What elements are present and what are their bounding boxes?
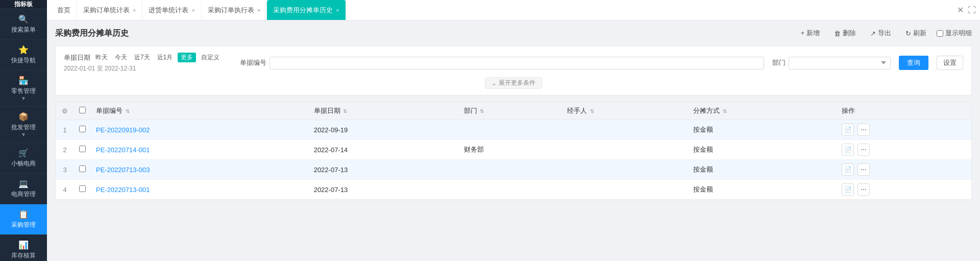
show-detail-checkbox[interactable]: 显示明细 xyxy=(937,29,972,38)
doc-num-link-1[interactable]: PE-20220714-001 xyxy=(96,146,150,154)
maximize-window-icon[interactable]: ⛶ xyxy=(968,6,976,15)
tab-bar: 首页采购订单统计表×进货单统计表×采购订单执行表×采购费用分摊单历史× ✕ ⛶ xyxy=(47,0,980,20)
dept-cell-0 xyxy=(459,120,562,140)
show-detail-check[interactable] xyxy=(937,30,943,37)
sidebar: 指标板 🔍 搜索菜单 ⭐ 快捷导航 🏪 零售管理 ▼ 📦 批发管理 ▼ 🛒 小畅… xyxy=(0,0,47,261)
split-method-cell-1: 按金额 xyxy=(688,140,837,160)
doc-num-link-2[interactable]: PE-20220713-003 xyxy=(96,166,150,174)
view-btn-3[interactable]: 📄 xyxy=(842,183,854,196)
close-window-icon[interactable]: ✕ xyxy=(957,5,964,15)
col-header-docNum[interactable]: 单据编号 ⇅ xyxy=(91,102,309,120)
refresh-icon: ↻ xyxy=(905,30,911,37)
tab-incoming-stats[interactable]: 进货单统计表× xyxy=(142,0,201,20)
tab-close-purchase-order-exec[interactable]: × xyxy=(257,7,260,13)
page-title: 采购费用分摊单历史 xyxy=(55,28,129,39)
table-area: ⚙单据编号 ⇅单据日期 ⇅部门 ⇅经手人 ⇅分摊方式 ⇅操作 1PE-20220… xyxy=(55,102,972,200)
table-container: ⚙单据编号 ⇅单据日期 ⇅部门 ⇅经手人 ⇅分摊方式 ⇅操作 1PE-20220… xyxy=(56,102,971,200)
more-btn-3[interactable]: ⋯ xyxy=(857,183,870,196)
add-button[interactable]: + 新增 xyxy=(797,27,824,40)
doc-num-link-3[interactable]: PE-20220713-001 xyxy=(96,186,150,194)
handler-cell-1 xyxy=(562,140,688,160)
table-row: 2PE-20220714-0012022-07-14财务部按金额 📄 ⋯ xyxy=(56,140,971,160)
col-header-gear: ⚙ xyxy=(56,102,74,120)
sort-icon-dept: ⇅ xyxy=(480,108,484,114)
view-btn-2[interactable]: 📄 xyxy=(842,163,854,176)
doc-date-cell-0: 2022-09-19 xyxy=(309,120,459,140)
sidebar-item-label: 采购管理 xyxy=(11,221,36,229)
col-header-splitMethod[interactable]: 分摊方式 ⇅ xyxy=(688,102,837,120)
sidebar-item-retail[interactable]: 🏪 零售管理 ▼ xyxy=(0,70,47,107)
sidebar-item-quicknav[interactable]: ⭐ 快捷导航 xyxy=(0,40,47,70)
view-btn-0[interactable]: 📄 xyxy=(842,124,854,136)
table-row: 4PE-20220713-0012022-07-13按金额 📄 ⋯ xyxy=(56,180,971,200)
more-btn-1[interactable]: ⋯ xyxy=(857,144,870,156)
view-btn-1[interactable]: 📄 xyxy=(842,144,854,156)
dept-filter: 部门 xyxy=(772,57,891,69)
col-header-handler[interactable]: 经手人 ⇅ xyxy=(562,102,688,120)
date-shortcut-2[interactable]: 近7天 xyxy=(132,53,152,62)
content-area: 采购费用分摊单历史 + 新增 🗑 删除 ↗ 导出 ↻ 刷新 显示明细 xyxy=(47,20,980,261)
select-all-checkbox[interactable] xyxy=(79,107,86,113)
dept-select[interactable] xyxy=(789,57,891,69)
ops-cell-0: 📄 ⋯ xyxy=(837,120,971,140)
sidebar-item-search[interactable]: 🔍 搜索菜单 xyxy=(0,9,47,40)
tab-label-incoming-stats: 进货单统计表 xyxy=(149,6,188,15)
sort-icon-handler: ⇅ xyxy=(590,108,594,114)
tab-label-purchase-order-exec: 采购订单执行表 xyxy=(208,6,254,15)
sort-icon-docNum: ⇅ xyxy=(126,108,130,114)
dept-label: 部门 xyxy=(772,58,786,67)
data-table: ⚙单据编号 ⇅单据日期 ⇅部门 ⇅经手人 ⇅分摊方式 ⇅操作 1PE-20220… xyxy=(56,102,971,200)
expand-more-button[interactable]: ⌄ 展开更多条件 xyxy=(485,77,542,89)
col-header-dept[interactable]: 部门 ⇅ xyxy=(459,102,562,120)
ops-cell-3: 📄 ⋯ xyxy=(837,180,971,200)
sidebar-item-ecommsmall[interactable]: 🛒 小畅电商 xyxy=(0,143,47,174)
settings-button[interactable]: 设置 xyxy=(937,56,963,70)
row-checkbox-0[interactable] xyxy=(79,126,86,132)
ecommsmall-icon: 🛒 xyxy=(18,148,29,158)
date-shortcut-0[interactable]: 昨天 xyxy=(93,53,110,62)
query-button[interactable]: 查询 xyxy=(899,56,928,70)
sidebar-item-ecomm[interactable]: 💻 电商管理 xyxy=(0,174,47,204)
tab-close-purchase-order-stats[interactable]: × xyxy=(133,7,136,13)
sidebar-item-wholesale[interactable]: 📦 批发管理 ▼ xyxy=(0,107,47,143)
more-btn-2[interactable]: ⋯ xyxy=(857,163,870,176)
tab-purchase-order-exec[interactable]: 采购订单执行表× xyxy=(202,0,267,20)
export-button[interactable]: ↗ 导出 xyxy=(866,27,895,40)
doc-num-input[interactable] xyxy=(270,57,764,69)
sidebar-item-purchase[interactable]: 📋 采购管理 xyxy=(0,204,47,235)
dept-cell-2 xyxy=(459,160,562,180)
quicknav-icon: ⭐ xyxy=(18,45,29,55)
split-method-cell-3: 按金额 xyxy=(688,180,837,200)
more-btn-0[interactable]: ⋯ xyxy=(857,124,870,136)
doc-date-cell-1: 2022-07-14 xyxy=(309,140,459,160)
refresh-button[interactable]: ↻ 刷新 xyxy=(901,27,930,40)
row-checkbox-2[interactable] xyxy=(79,165,86,172)
col-header-docDate[interactable]: 单据日期 ⇅ xyxy=(309,102,459,120)
row-checkbox-3[interactable] xyxy=(79,185,86,192)
filter-row-1: 单据日期 昨天今天近7天近1月更多自定义 2022-01-01 至 2022-1… xyxy=(64,53,963,73)
tab-home[interactable]: 首页 xyxy=(51,0,77,20)
tab-close-incoming-stats[interactable]: × xyxy=(191,7,194,13)
row-checkbox-1[interactable] xyxy=(79,146,86,152)
sidebar-item-label: 库存核算 xyxy=(11,251,36,260)
doc-num-link-0[interactable]: PE-20220919-002 xyxy=(96,126,150,134)
doc-num-cell-0: PE-20220919-002 xyxy=(91,120,309,140)
date-range-text: 2022-01-01 至 2022-12-31 xyxy=(64,64,136,73)
delete-button[interactable]: 🗑 删除 xyxy=(830,27,860,40)
date-shortcut-5[interactable]: 自定义 xyxy=(199,53,222,62)
dept-cell-1: 财务部 xyxy=(459,140,562,160)
row-num-0: 1 xyxy=(56,120,74,140)
sort-icon-splitMethod: ⇅ xyxy=(723,108,727,114)
tab-purchase-order-stats[interactable]: 采购订单统计表× xyxy=(77,0,142,20)
sidebar-item-inventory[interactable]: 📊 库存核算 xyxy=(0,235,47,261)
tab-purchase-cost-split[interactable]: 采购费用分摊单历史× xyxy=(267,0,346,20)
tab-close-purchase-cost-split[interactable]: × xyxy=(336,7,339,13)
date-shortcut-4[interactable]: 更多 xyxy=(178,53,196,62)
row-checkbox-cell-2 xyxy=(74,160,91,180)
date-shortcut-1[interactable]: 今天 xyxy=(113,53,129,62)
gear-icon[interactable]: ⚙ xyxy=(62,107,68,115)
date-shortcuts: 昨天今天近7天近1月更多自定义 xyxy=(93,53,222,62)
date-shortcut-3[interactable]: 近1月 xyxy=(155,53,175,62)
page-actions: + 新增 🗑 删除 ↗ 导出 ↻ 刷新 显示明细 xyxy=(797,27,972,40)
doc-num-cell-2: PE-20220713-003 xyxy=(91,160,309,180)
